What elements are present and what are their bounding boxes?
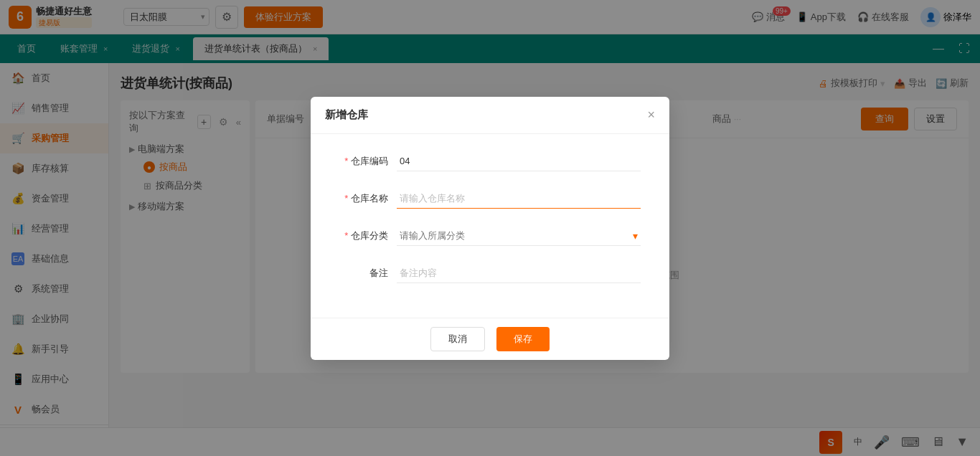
modal-body: 仓库编码 仓库名称 仓库分类 ▾ 备注	[311, 134, 669, 318]
category-label: 仓库分类	[339, 229, 397, 242]
note-label: 备注	[339, 267, 397, 280]
code-input[interactable]	[397, 151, 641, 171]
form-item-name: 仓库名称	[339, 189, 641, 209]
cancel-button[interactable]: 取消	[430, 327, 485, 351]
name-label: 仓库名称	[339, 192, 397, 205]
modal-footer: 取消 保存	[311, 318, 669, 360]
category-select-wrapper: ▾	[397, 226, 641, 246]
note-input[interactable]	[397, 263, 641, 283]
form-item-note: 备注	[339, 263, 641, 283]
modal-close-btn[interactable]: ×	[647, 108, 655, 121]
modal-overlay: 新增仓库 × 仓库编码 仓库名称 仓库分类 ▾	[0, 0, 980, 456]
save-button[interactable]: 保存	[496, 327, 550, 351]
form-item-code: 仓库编码	[339, 151, 641, 171]
category-input[interactable]	[397, 226, 641, 246]
add-warehouse-modal: 新增仓库 × 仓库编码 仓库名称 仓库分类 ▾	[311, 97, 669, 360]
modal-header: 新增仓库 ×	[311, 97, 669, 134]
form-item-category: 仓库分类 ▾	[339, 226, 641, 246]
code-label: 仓库编码	[339, 155, 397, 168]
name-input[interactable]	[397, 189, 641, 209]
modal-title: 新增仓库	[325, 108, 368, 122]
